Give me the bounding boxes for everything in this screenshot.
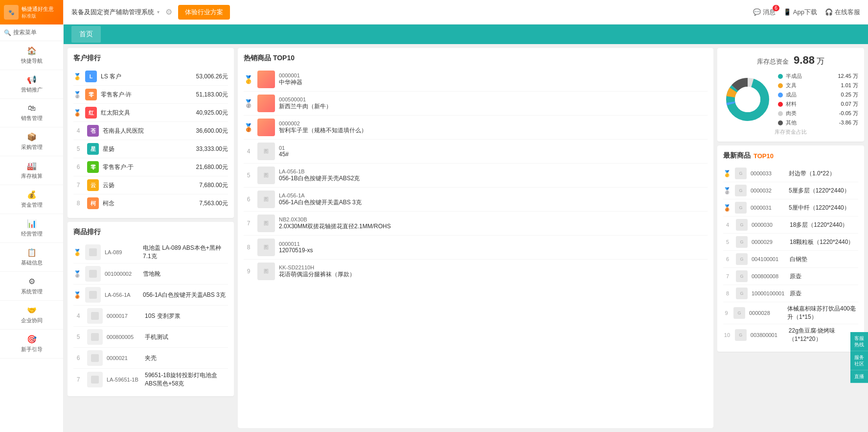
hot-product-info: 0000001 中华神器 [279, 72, 708, 87]
hot-product-item: 4 图 01 45# [244, 140, 708, 164]
top-header: 装备及固定资产辅助管理系统 ▾ ⚙ 体验行业方案 💬 消息 6 📱 App下载 … [64, 0, 868, 24]
customer-service-btn[interactable]: 客服热线 [850, 332, 868, 351]
legend-dot-stationery [778, 83, 783, 88]
online-service-button[interactable]: 🎧 在线客服 [825, 8, 860, 17]
sidebar-item-inventory[interactable]: 🏭 库存核算 [0, 156, 63, 185]
new-product-image: G [735, 202, 747, 214]
sidebar-item-sales[interactable]: 🛍 销售管理 [0, 99, 63, 127]
medal-icon: 🥈 [244, 99, 253, 108]
customer-name: 苍南县人民医院 [103, 127, 192, 135]
sidebar-item-collaboration[interactable]: 🤝 企业协同 [0, 301, 63, 330]
svg-rect-2 [89, 291, 97, 299]
hot-product-image: 图 [257, 143, 275, 160]
sidebar-item-system[interactable]: ⚙ 系统管理 [0, 272, 63, 301]
hot-product-item: 8 图 0000011 12070519-xs [244, 236, 708, 260]
legend-dot-other [778, 120, 783, 125]
new-product-name: 5厘中纤（1220*2440） [789, 204, 850, 212]
product-rank-item: 5 000800005 手机测试 [73, 327, 228, 348]
medal-icon: 🥉 [723, 204, 731, 212]
new-product-name: 体械嘉枳味苏打饮品400毫升（1*15） [787, 305, 858, 321]
finance-icon: 💰 [27, 190, 37, 199]
notifications-button[interactable]: 💬 消息 6 [753, 8, 776, 17]
main-area: 装备及固定资产辅助管理系统 ▾ ⚙ 体验行业方案 💬 消息 6 📱 App下载 … [64, 0, 868, 432]
customer-rank-item: 5 星 星扬 33,333.00元 [73, 140, 228, 158]
system-dropdown-icon[interactable]: ▾ [157, 9, 160, 15]
customer-avatar: 云 [87, 179, 99, 191]
sidebar-item-purchase[interactable]: 📦 采购管理 [0, 127, 63, 156]
sidebar-item-finance[interactable]: 💰 资金管理 [0, 185, 63, 214]
customer-rank-list: 🥇 L LS 客户 53,006.26元 🥈 零 零售客户·许 51,183.0… [73, 68, 228, 212]
svg-rect-4 [91, 333, 99, 341]
sidebar-item-quick-nav[interactable]: 🏠 快捷导航 [0, 41, 63, 70]
legend-material: 材料 0.07 万 [778, 100, 858, 108]
hot-product-name: 新西兰牛肉（新牛） [279, 102, 708, 111]
hot-product-item: 🥉 0000002 智利车子里（规格不知道填什么） [244, 116, 708, 140]
customer-name: 星扬 [103, 145, 192, 153]
sidebar-item-guide[interactable]: 🎯 新手引导 [0, 330, 63, 359]
new-product-item: 5 G 0000029 18颗粒板（1220*2440） [723, 234, 858, 251]
customer-avatar: 苍 [87, 125, 99, 137]
product-rank-list: 🥇 LA-089 电池盖 LA-089 ABS本色+黑种 7.1克 🥈 0010… [73, 241, 228, 390]
hot-product-image: 图 [257, 191, 275, 208]
product-image [87, 350, 103, 366]
sidebar-item-basic-info[interactable]: 📋 基础信息 [0, 243, 63, 272]
new-product-image: G [733, 307, 745, 319]
new-products-title: 最新商品 TOP10 [723, 151, 858, 160]
customer-avatar: L [85, 71, 97, 82]
customer-name: 柯念 [103, 199, 195, 208]
system-title: 装备及固定资产辅助管理系统 ▾ [71, 8, 160, 17]
customer-name: 零售客户·许 [101, 91, 192, 99]
hot-product-info: 01 45# [279, 145, 708, 158]
new-product-item: 4 G 0000030 18多层（1220*2440） [723, 216, 858, 234]
legend-stationery: 文具 1.01 万 [778, 82, 858, 89]
hot-product-name: 056-1B白色按键开关壳ABS2克 [279, 174, 708, 183]
sidebar: 🐾 畅捷通好生意 标准版 🔍 搜索菜单 🏠 快捷导航 📢 营销推广 🛍 销售管理… [0, 0, 64, 432]
product-image [85, 266, 101, 282]
product-rank-item: 6 0000021 夹壳 [73, 348, 228, 369]
trial-button[interactable]: 体验行业方案 [178, 5, 230, 20]
legend-dot-semifinished [778, 74, 783, 79]
medal-icon: 🥈 [73, 270, 81, 278]
rank-number: 5 [73, 334, 83, 340]
new-product-image: G [735, 168, 747, 179]
new-product-code: 0000029 [752, 239, 786, 245]
product-rank-card: 商品排行 🥇 LA-089 电池盖 LA-089 ABS本色+黑种 7.1克 🥈… [68, 222, 234, 396]
new-product-image: G [736, 219, 748, 231]
customer-name: 零售客户·于 [103, 163, 192, 171]
donut-chart [723, 75, 772, 124]
new-product-name: 22g鱼豆腐·烧烤味（1*12*20） [789, 327, 858, 343]
medal-icon: 🥉 [73, 291, 81, 299]
bell-icon: 💬 [753, 8, 761, 16]
new-product-code: 0000028 [749, 310, 783, 316]
customer-rank-item: 🥈 零 零售客户·许 51,183.00元 [73, 86, 228, 104]
content-area: 客户排行 🥇 L LS 客户 53,006.26元 🥈 零 零售客户·许 51,… [64, 44, 868, 432]
search-menu[interactable]: 🔍 搜索菜单 [0, 24, 63, 41]
legend-other: 其他 -3.86 万 [778, 119, 858, 126]
collaboration-icon: 🤝 [27, 306, 37, 315]
service-community-btn[interactable]: 服务社区 [850, 351, 868, 370]
settings-icon[interactable]: ⚙ [165, 7, 172, 17]
new-product-item: 6 G 004100001 白钢垫 [723, 251, 858, 268]
customer-rank-item: 🥉 红 红太阳文具 40,925.00元 [73, 104, 228, 122]
customer-rank-title: 客户排行 [73, 54, 228, 63]
customer-name: 云扬 [103, 181, 195, 190]
new-product-item: 🥇 G 0000033 封边带（1.0*22） [723, 165, 858, 182]
hot-product-code: 01 [279, 145, 708, 151]
sidebar-item-operations[interactable]: 📊 经营管理 [0, 214, 63, 243]
hot-product-code: 0000011 [279, 241, 708, 247]
new-products-list: 🥇 G 0000033 封边带（1.0*22） 🥈 G 0000032 5厘多层… [723, 165, 858, 346]
right-panel: 库存总资金 9.88 万 [717, 48, 864, 428]
legend-dot-material [778, 102, 783, 107]
inventory-total: 库存总资金 9.88 万 [723, 54, 858, 67]
live-btn[interactable]: 直播 [850, 370, 868, 383]
hot-products-card: 热销商品 TOP10 🥇 0000001 中华神器 🥈 000500001 新西… [238, 48, 713, 428]
tab-home[interactable]: 首页 [71, 26, 101, 43]
inventory-card: 库存总资金 9.88 万 [717, 48, 864, 142]
new-product-name: 原壶 [790, 289, 801, 298]
sidebar-item-marketing[interactable]: 📢 营销推广 [0, 70, 63, 99]
app-download-button[interactable]: 📱 App下载 [783, 8, 817, 17]
phone-icon: 📱 [783, 8, 791, 16]
product-rank-item: 7 LA-59651-1B 59651-1B旋转投影灯电池盒ABS黑色+58克 [73, 369, 228, 390]
product-name: 10S 变刹罗浆 [145, 312, 228, 320]
new-product-code: 000800008 [752, 273, 786, 279]
